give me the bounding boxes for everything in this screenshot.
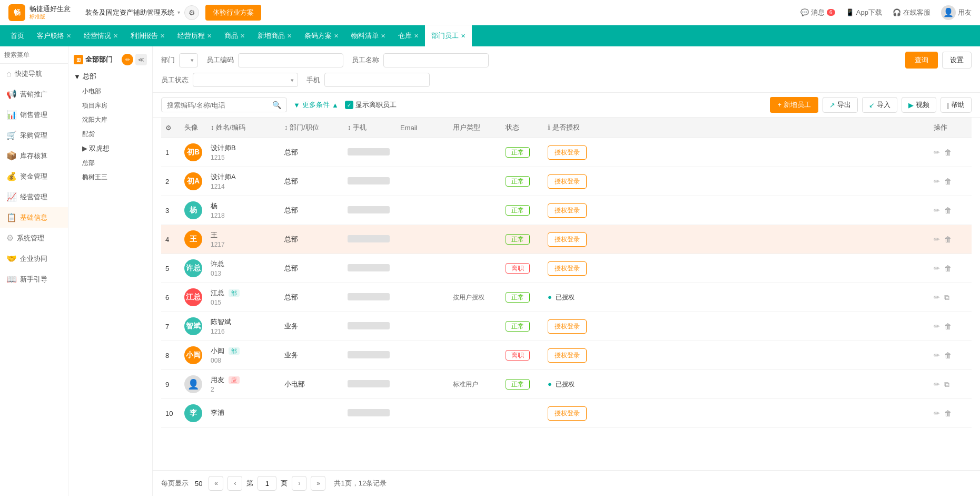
dept-edit-button[interactable]: ✏ xyxy=(122,54,133,65)
delete-icon[interactable]: 🗑 xyxy=(944,351,952,359)
first-page-button[interactable]: « xyxy=(209,476,223,491)
edit-icon[interactable]: ✏ xyxy=(934,177,940,186)
sidebar-search-input[interactable] xyxy=(4,51,68,59)
dept-child-distribution[interactable]: 配货 xyxy=(68,127,152,141)
sidebar-item-finance[interactable]: 💰 资金管理 xyxy=(0,166,68,187)
nav-department[interactable]: 部门员工 ✕ xyxy=(425,25,472,46)
sidebar-item-sales[interactable]: 📊 销售管理 xyxy=(0,104,68,125)
nav-add-goods[interactable]: 新增商品 ✕ xyxy=(251,25,298,46)
user-item[interactable]: 👤 用友 xyxy=(941,5,972,20)
dept-child-hq[interactable]: 总部 xyxy=(68,156,152,170)
sidebar-item-enterprise[interactable]: 🤝 企业协同 xyxy=(0,248,68,269)
auth-button[interactable]: 授权登录 xyxy=(548,348,587,363)
phone-input[interactable] xyxy=(324,73,430,87)
nav-close-department[interactable]: ✕ xyxy=(461,33,466,40)
delete-icon[interactable]: 🗑 xyxy=(944,177,952,186)
delete-icon[interactable]: 🗑 xyxy=(944,264,952,273)
nav-close-warehouse[interactable]: ✕ xyxy=(414,33,419,40)
dept-child-tuoshu[interactable]: 椭树王三 xyxy=(68,170,152,184)
col-dept-pos[interactable]: ↕ 部门/职位 xyxy=(280,118,343,138)
auth-button[interactable]: 授权登录 xyxy=(548,406,587,421)
sidebar-item-marketing[interactable]: 📢 营销推广 xyxy=(0,84,68,104)
import-button[interactable]: ↙ 导入 xyxy=(862,97,897,113)
view-button[interactable]: ▶ 视频 xyxy=(902,97,936,113)
edit-icon[interactable]: ✏ xyxy=(934,206,940,215)
delete-icon[interactable]: 🗑 xyxy=(944,409,952,417)
nav-history[interactable]: 经营历程 ✕ xyxy=(171,25,218,46)
dept-collapse-button[interactable]: ≪ xyxy=(135,54,147,65)
nav-barcode[interactable]: 条码方案 ✕ xyxy=(298,25,345,46)
nav-close-customer[interactable]: ✕ xyxy=(66,33,71,40)
auth-button[interactable]: 授权登录 xyxy=(548,145,587,160)
nav-customer[interactable]: 客户联络 ✕ xyxy=(31,25,77,46)
dept-child-small-elec[interactable]: 小电部 xyxy=(68,84,152,99)
gear-button[interactable]: ⚙ xyxy=(184,5,199,20)
edit-icon[interactable]: ✏ xyxy=(934,380,940,388)
edit-icon[interactable]: ✏ xyxy=(934,322,940,330)
nav-profit[interactable]: 利润报告 ✕ xyxy=(124,25,171,46)
sidebar-item-inventory[interactable]: 📦 库存核算 xyxy=(0,145,68,166)
more-filter-button[interactable]: ▼ 更多条件 ▲ xyxy=(293,100,339,110)
nav-operation[interactable]: 经营情况 ✕ xyxy=(77,25,124,46)
dept-child-project[interactable]: 项目库房 xyxy=(68,99,152,113)
status-select[interactable] xyxy=(193,73,298,87)
nav-close-profit[interactable]: ✕ xyxy=(160,33,165,40)
search-input[interactable] xyxy=(167,101,272,109)
nav-warehouse[interactable]: 仓库 ✕ xyxy=(392,25,425,46)
nav-close-goods[interactable]: ✕ xyxy=(240,33,245,40)
notification-item[interactable]: 💬 消息 6 xyxy=(800,8,835,17)
copy-icon[interactable]: ⧉ xyxy=(944,380,949,389)
dept-child-shenyang[interactable]: 沈阳大库 xyxy=(68,113,152,127)
edit-icon[interactable]: ✏ xyxy=(934,351,940,359)
nav-close-history[interactable]: ✕ xyxy=(207,33,212,40)
nav-bom[interactable]: 物料清单 ✕ xyxy=(345,25,392,46)
dept-child-shuanghuxiang[interactable]: ▶ 双虎想 xyxy=(68,141,152,156)
delete-icon[interactable]: 🗑 xyxy=(944,148,952,157)
copy-icon[interactable]: ⧉ xyxy=(944,293,949,302)
sidebar-item-guide[interactable]: 📖 新手引导 xyxy=(0,269,68,289)
system-dropdown-arrow[interactable]: ▾ xyxy=(177,9,180,15)
add-employee-button[interactable]: + 新增员工 xyxy=(770,97,818,113)
delete-icon[interactable]: 🗑 xyxy=(944,322,952,330)
online-service-item[interactable]: 🎧 在线客服 xyxy=(893,8,930,17)
next-page-button[interactable]: › xyxy=(292,476,306,491)
auth-button[interactable]: 授权登录 xyxy=(548,319,587,334)
delete-icon[interactable]: 🗑 xyxy=(944,235,952,244)
last-page-button[interactable]: » xyxy=(311,476,325,491)
page-input[interactable] xyxy=(258,476,276,491)
nav-close-bom[interactable]: ✕ xyxy=(381,33,385,40)
sidebar-item-operation[interactable]: 📈 经营管理 xyxy=(0,187,68,207)
col-settings[interactable]: ⚙ xyxy=(161,118,180,138)
nav-home[interactable]: 首页 xyxy=(4,25,31,46)
show-resigned-checkbox[interactable]: ✓ xyxy=(345,101,353,109)
nav-close-barcode[interactable]: ✕ xyxy=(334,33,339,40)
auth-button[interactable]: 授权登录 xyxy=(548,203,587,218)
dept-group-total[interactable]: ▼ 总部 xyxy=(68,69,152,84)
emp-name-input[interactable] xyxy=(383,53,489,67)
edit-icon[interactable]: ✏ xyxy=(934,293,940,302)
sidebar-item-basic-info[interactable]: 📋 基础信息 xyxy=(0,207,68,228)
sidebar-item-quick-nav[interactable]: ⌂ 快捷导航 xyxy=(0,64,68,84)
auth-button[interactable]: 授权登录 xyxy=(548,174,587,189)
dept-select[interactable] xyxy=(179,53,198,67)
edit-icon[interactable]: ✏ xyxy=(934,148,940,157)
query-button[interactable]: 查询 xyxy=(905,52,938,69)
help-button[interactable]: | 帮助 xyxy=(941,97,972,113)
edit-icon[interactable]: ✏ xyxy=(934,409,940,417)
edit-icon[interactable]: ✏ xyxy=(934,235,940,244)
nav-close-operation[interactable]: ✕ xyxy=(113,33,118,40)
auth-button[interactable]: 授权登录 xyxy=(548,261,587,276)
auth-button[interactable]: 授权登录 xyxy=(548,232,587,247)
nav-goods[interactable]: 商品 ✕ xyxy=(218,25,251,46)
emp-code-input[interactable] xyxy=(238,53,343,67)
col-phone[interactable]: ↕ 手机 xyxy=(343,118,396,138)
sidebar-item-system[interactable]: ⚙ 系统管理 xyxy=(0,228,68,248)
col-name-code[interactable]: ↕ 姓名/编码 xyxy=(206,118,280,138)
nav-close-add-goods[interactable]: ✕ xyxy=(287,33,292,40)
prev-page-button[interactable]: ‹ xyxy=(227,476,242,491)
delete-icon[interactable]: 🗑 xyxy=(944,206,952,215)
set-button[interactable]: 设置 xyxy=(942,52,972,69)
edit-icon[interactable]: ✏ xyxy=(934,264,940,273)
export-button[interactable]: ↗ 导出 xyxy=(823,97,858,113)
trial-button[interactable]: 体验行业方案 xyxy=(205,5,261,21)
